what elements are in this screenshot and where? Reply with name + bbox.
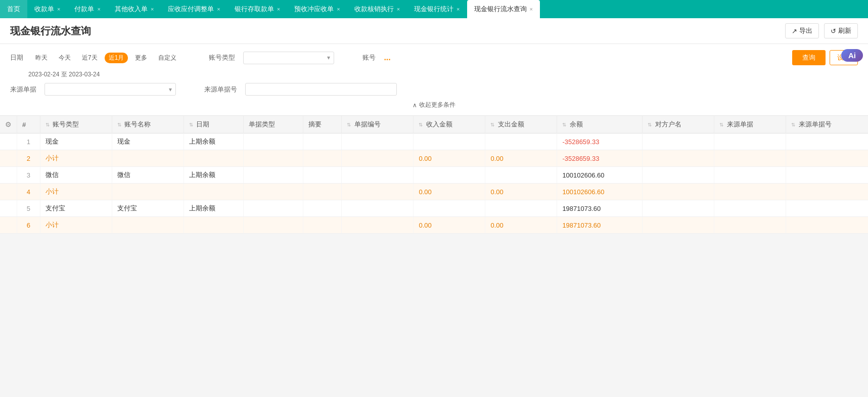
nav-other-income-label: 其他收入单 — [115, 0, 148, 18]
nav-prepay[interactable]: 预收冲应收单 × — [287, 0, 347, 18]
account-type-select-wrapper — [243, 52, 334, 64]
cell-doc-number — [342, 134, 414, 150]
cell-source-doc — [714, 167, 786, 184]
cell-source-doc-num — [786, 167, 868, 184]
account-dots[interactable]: ... — [384, 53, 390, 62]
nav-payment-close[interactable]: × — [97, 0, 100, 18]
table-row: 6 小计 0.00 0.00 19871073.60 — [0, 217, 868, 234]
top-nav: 首页 收款单 × 付款单 × 其他收入单 × 应收应付调整单 × 银行存取款单 … — [0, 0, 868, 18]
query-button[interactable]: 查询 — [792, 50, 826, 65]
cell-doc-type — [244, 217, 303, 234]
th-doc-type-label: 单据类型 — [249, 120, 275, 128]
ai-badge[interactable]: Ai — [841, 49, 863, 62]
nav-home[interactable]: 首页 — [0, 0, 27, 18]
nav-prepay-close[interactable]: × — [337, 0, 340, 18]
refresh-button[interactable]: ↺ 刷新 — [824, 23, 858, 38]
nav-cashflow-close[interactable]: × — [530, 0, 533, 18]
nav-other-income-close[interactable]: × — [151, 0, 154, 18]
nav-receipt-close[interactable]: × — [57, 0, 60, 18]
cell-income: 0.00 — [414, 150, 485, 167]
gear-icon[interactable]: ⚙ — [5, 120, 12, 128]
account-type-select[interactable] — [243, 52, 334, 64]
cell-income — [414, 200, 485, 217]
nav-receipt[interactable]: 收款单 × — [27, 0, 67, 18]
source-doc-number-label: 来源单据号 — [204, 85, 237, 94]
cell-doc-type — [244, 200, 303, 217]
cell-counterparty — [643, 184, 714, 200]
cell-doc-type — [244, 167, 303, 184]
cell-date — [184, 217, 243, 234]
nav-adjust-close[interactable]: × — [217, 0, 220, 18]
th-doc-number[interactable]: ⇅ 单据编号 — [342, 116, 414, 134]
nav-stats[interactable]: 现金银行统计 × — [407, 0, 467, 18]
cell-doc-number — [342, 150, 414, 167]
cell-account-name — [112, 217, 184, 234]
cell-doc-number — [342, 217, 414, 234]
header-actions: ↗ 导出 ↺ 刷新 — [785, 23, 858, 38]
cell-counterparty — [643, 167, 714, 184]
th-income-label: 收入金额 — [426, 120, 452, 128]
table-container: ⚙ # ⇅ 账号类型 ⇅ 账号名称 ⇅ 日期 单据类型 — [0, 116, 868, 234]
th-balance-label: 余额 — [570, 120, 583, 128]
nav-bank-deposit[interactable]: 银行存取款单 × — [227, 0, 287, 18]
nav-cashflow[interactable]: 现金银行流水查询 × — [467, 0, 540, 18]
nav-adjust[interactable]: 应收应付调整单 × — [161, 0, 227, 18]
date-opt-yesterday[interactable]: 昨天 — [31, 53, 52, 63]
th-gear[interactable]: ⚙ — [0, 116, 17, 134]
table-row: 1 现金 现金 上期余额 -3528659.33 — [0, 134, 868, 150]
export-icon: ↗ — [792, 27, 797, 35]
header-row: ⚙ # ⇅ 账号类型 ⇅ 账号名称 ⇅ 日期 单据类型 — [0, 116, 868, 134]
cell-account-type: 小计 — [40, 217, 112, 234]
th-balance[interactable]: ⇅ 余额 — [557, 116, 643, 134]
nav-verify-close[interactable]: × — [397, 0, 400, 18]
cell-gear — [0, 167, 17, 184]
th-date[interactable]: ⇅ 日期 — [184, 116, 243, 134]
cell-date — [184, 150, 243, 167]
source-doc-number-input[interactable] — [245, 83, 397, 96]
cell-source-doc-num — [786, 184, 868, 200]
th-source-doc-num[interactable]: ⇅ 来源单据号 — [786, 116, 868, 134]
nav-other-income[interactable]: 其他收入单 × — [108, 0, 161, 18]
th-account-type[interactable]: ⇅ 账号类型 — [40, 116, 112, 134]
source-doc-select[interactable] — [44, 83, 176, 96]
cell-gear — [0, 200, 17, 217]
cell-gear — [0, 184, 17, 200]
cell-gear — [0, 217, 17, 234]
export-button[interactable]: ↗ 导出 — [785, 23, 819, 38]
nav-payment-label: 付款单 — [74, 0, 94, 18]
cell-date: 上期余额 — [184, 134, 243, 150]
date-opt-custom[interactable]: 自定义 — [154, 53, 180, 63]
date-opt-today[interactable]: 今天 — [55, 53, 75, 63]
th-doc-number-label: 单据编号 — [354, 120, 381, 128]
cell-expense — [485, 200, 557, 217]
th-income[interactable]: ⇅ 收入金额 — [414, 116, 485, 134]
data-table: ⚙ # ⇅ 账号类型 ⇅ 账号名称 ⇅ 日期 单据类型 — [0, 116, 868, 234]
th-date-label: 日期 — [196, 120, 209, 128]
collapse-bar[interactable]: ∧ 收起更多条件 — [10, 101, 858, 109]
th-account-type-label: 账号类型 — [53, 120, 79, 128]
cell-num: 2 — [17, 150, 40, 167]
nav-verify[interactable]: 收款核销执行 × — [347, 0, 407, 18]
cell-date: 上期余额 — [184, 167, 243, 184]
th-account-name[interactable]: ⇅ 账号名称 — [112, 116, 184, 134]
date-opt-7days[interactable]: 近7天 — [78, 53, 102, 63]
cell-balance: 19871073.60 — [557, 217, 643, 234]
th-counterparty[interactable]: ⇅ 对方户名 — [643, 116, 714, 134]
th-expense[interactable]: ⇅ 支出金额 — [485, 116, 557, 134]
nav-bank-deposit-close[interactable]: × — [277, 0, 280, 18]
sort-icon-expense: ⇅ — [490, 122, 494, 127]
cell-account-name — [112, 150, 184, 167]
date-opt-1month[interactable]: 近1月 — [105, 53, 128, 63]
filter-row-2: 来源单据 来源单据号 — [10, 83, 858, 96]
cell-account-type: 支付宝 — [40, 200, 112, 217]
table-row: 5 支付宝 支付宝 上期余额 19871073.60 — [0, 200, 868, 217]
th-source-doc[interactable]: ⇅ 来源单据 — [714, 116, 786, 134]
cell-summary — [303, 150, 342, 167]
sort-icon-counterparty: ⇅ — [648, 122, 652, 127]
nav-stats-close[interactable]: × — [456, 0, 460, 18]
nav-payment[interactable]: 付款单 × — [67, 0, 107, 18]
th-summary-label: 摘要 — [308, 120, 322, 128]
refresh-label: 刷新 — [838, 26, 851, 35]
date-opt-more[interactable]: 更多 — [131, 53, 151, 63]
cell-account-name — [112, 184, 184, 200]
